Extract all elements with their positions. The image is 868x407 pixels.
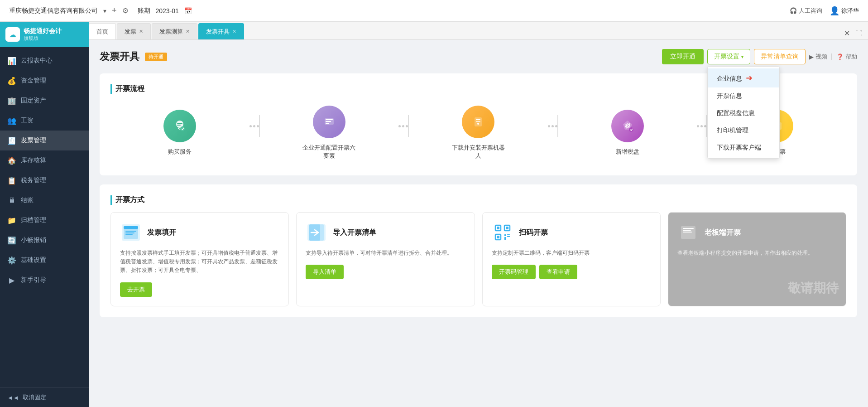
logo-text: 畅捷通好会计 — [24, 27, 62, 35]
ai-consult-btn[interactable]: 🎧 人工咨询 — [790, 7, 822, 15]
sidebar-item-invoice[interactable]: 🧾 发票管理 — [0, 131, 89, 150]
flow-step-buy-label: 购买服务 — [168, 148, 192, 156]
svg-rect-33 — [504, 234, 506, 236]
flow-step-tax-label: 新增税盘 — [616, 148, 639, 156]
tab-invoice-test[interactable]: 发票测算 ✕ — [152, 23, 197, 39]
user-btn[interactable]: 👤 徐泽华 — [830, 6, 859, 16]
sidebar-item-fund[interactable]: 💰 资金管理 — [0, 71, 89, 91]
import-invoice-actions: 导入清单 — [306, 265, 465, 279]
tab-invoice-list-close[interactable]: ✕ — [139, 29, 143, 34]
sidebar-item-label: 库存核算 — [21, 156, 46, 165]
add-company-btn[interactable]: + — [112, 6, 117, 15]
menu-item-download-client[interactable]: 下载开票客户端 — [708, 139, 779, 156]
scan-invoice-desc: 支持定制开票二维码，客户端可扫码开票 — [492, 249, 651, 257]
go-open-btn[interactable]: 去开票 — [120, 282, 152, 297]
video-btn[interactable]: ▶ 视频 — [809, 53, 827, 61]
activate-btn[interactable]: 立即开通 — [662, 49, 704, 64]
settings-btn[interactable]: ⚙ — [122, 6, 129, 15]
flow-step-download: 下载并安装开票机器人 — [409, 106, 548, 160]
menu-item-invoice-info[interactable]: 开票信息 — [708, 87, 779, 105]
sidebar-item-inventory[interactable]: 🏠 库存核算 — [0, 150, 89, 170]
scan-invoice-title: 扫码开票 — [519, 228, 548, 237]
svg-rect-35 — [507, 236, 510, 237]
fill-invoice-actions: 去开票 — [120, 282, 279, 297]
svg-rect-31 — [506, 227, 508, 229]
sidebar-item-archive[interactable]: 📁 归档管理 — [0, 210, 89, 230]
sidebar-item-label: 税务管理 — [21, 176, 46, 184]
sidebar-item-guide[interactable]: ▶ 新手引导 — [0, 270, 89, 290]
method-card-scan-header: 扫码开票 — [492, 222, 651, 243]
import-invoice-title: 导入开票清单 — [333, 228, 376, 237]
sidebar-nav: 📊 云报表中心 💰 资金管理 🏢 固定资产 👥 工资 🧾 发票管理 🏠 — [0, 47, 89, 388]
view-apply-btn[interactable]: 查看申请 — [539, 265, 577, 279]
logo-icon: ☁ — [5, 27, 20, 42]
svg-rect-22 — [125, 233, 134, 233]
fixed-assets-icon: 🏢 — [7, 96, 16, 105]
period-label: 账期 — [138, 7, 150, 15]
method-card-fill-header: 发票填开 — [120, 222, 279, 243]
exception-btn[interactable]: 异常清单查询 — [754, 49, 806, 64]
page-title-area: 发票开具 待开通 — [100, 50, 167, 63]
flow-icon-tax: 税 — [611, 110, 644, 142]
page-actions: 立即开通 开票设置 ▾ 企业信息 ➜ — [662, 49, 857, 64]
tab-invoice-list-label: 发票 — [125, 28, 136, 36]
boss-invoice-title: 老板端开票 — [705, 228, 741, 237]
sidebar: ☁ 畅捷通好会计 旗舰版 📊 云报表中心 💰 资金管理 🏢 固定资产 👥 工资 — [0, 22, 89, 407]
flow-step-config: 企业开通配置开票六要素 — [260, 106, 399, 160]
sidebar-item-fixed-assets[interactable]: 🏢 固定资产 — [0, 91, 89, 111]
menu-item-printer[interactable]: 打印机管理 — [708, 122, 779, 139]
menu-item-company-info[interactable]: 企业信息 ➜ — [708, 68, 779, 87]
sidebar-item-label: 云报表中心 — [21, 57, 53, 65]
company-dropdown-btn[interactable]: ▾ — [103, 7, 106, 15]
fill-invoice-desc: 支持按照发票样式手工填开发票；可开具增值税电子普通发票、增值税普通发票、增值税专… — [120, 249, 279, 275]
svg-rect-1 — [177, 123, 182, 124]
sidebar-cancel-pin[interactable]: ◄◄ 取消固定 — [0, 388, 89, 407]
flow-step-buy: 购买服务 — [110, 110, 249, 156]
methods-grid: 发票填开 支持按照发票样式手工填开发票；可开具增值税电子普通发票、增值税普通发票… — [110, 212, 846, 306]
menu-item-tax-disk[interactable]: 配置税盘信息 — [708, 105, 779, 122]
import-invoice-icon — [306, 222, 327, 243]
tax-disk-label: 配置税盘信息 — [717, 109, 755, 116]
user-avatar-icon: 👤 — [830, 6, 839, 16]
tab-invoice-open[interactable]: 发票开具 ✕ — [198, 23, 244, 39]
sidebar-item-label: 新手引导 — [21, 276, 46, 284]
svg-rect-7 — [326, 123, 329, 124]
svg-rect-6 — [326, 121, 331, 122]
import-list-btn[interactable]: 导入清单 — [306, 265, 344, 279]
report-icon: 🔄 — [7, 236, 16, 245]
tab-home[interactable]: 首页 — [89, 23, 116, 39]
sidebar-item-tax[interactable]: 📋 税务管理 — [0, 170, 89, 190]
overlay-pending-text: 敬请期待 — [788, 280, 839, 297]
maximize-tab-btn[interactable]: ⛶ — [854, 28, 864, 39]
sidebar-item-settle[interactable]: 🖥 结账 — [0, 190, 89, 210]
sidebar-item-label: 归档管理 — [21, 216, 46, 224]
svg-rect-20 — [124, 226, 138, 229]
svg-rect-21 — [125, 231, 136, 232]
settings-dropdown-wrapper: 开票设置 ▾ 企业信息 ➜ 开票信息 — [707, 49, 750, 64]
svg-rect-10 — [476, 121, 480, 122]
red-arrow-icon: ➜ — [746, 73, 753, 83]
svg-rect-5 — [326, 119, 333, 120]
help-btn[interactable]: ❓ 帮助 — [836, 53, 857, 61]
sidebar-item-label: 小畅报销 — [21, 236, 46, 244]
flow-step-config-label: 企业开通配置开票六要素 — [302, 144, 356, 160]
sidebar-logo: ☁ 畅捷通好会计 旗舰版 — [0, 22, 89, 47]
dropdown-arrow-icon: ▾ — [741, 54, 743, 59]
tab-invoice-test-close[interactable]: ✕ — [186, 29, 190, 34]
boss-invoice-desc: 查看老板端小程序提交的开票申请，并作出相应的处理。 — [677, 249, 837, 257]
close-tab-btn[interactable]: ✕ — [842, 27, 852, 39]
qr-manage-btn[interactable]: 开票码管理 — [492, 265, 536, 279]
flow-connector-3 — [548, 125, 557, 141]
settings-dropdown-btn[interactable]: 开票设置 ▾ — [707, 49, 750, 64]
tab-invoice-open-close[interactable]: ✕ — [232, 29, 236, 34]
logo-sub: 旗舰版 — [24, 35, 62, 42]
sidebar-item-settings[interactable]: ⚙️ 基础设置 — [0, 250, 89, 270]
sidebar-item-salary[interactable]: 👥 工资 — [0, 111, 89, 131]
sidebar-item-cloud-report[interactable]: 📊 云报表中心 — [0, 51, 89, 71]
tab-invoice-list[interactable]: 发票 ✕ — [117, 23, 151, 39]
status-badge: 待开通 — [145, 53, 167, 61]
sidebar-item-label: 结账 — [21, 196, 34, 204]
sidebar-item-report[interactable]: 🔄 小畅报销 — [0, 230, 89, 250]
ai-consult-label: 人工咨询 — [799, 7, 822, 15]
period-value: 2023-01 — [156, 7, 179, 15]
